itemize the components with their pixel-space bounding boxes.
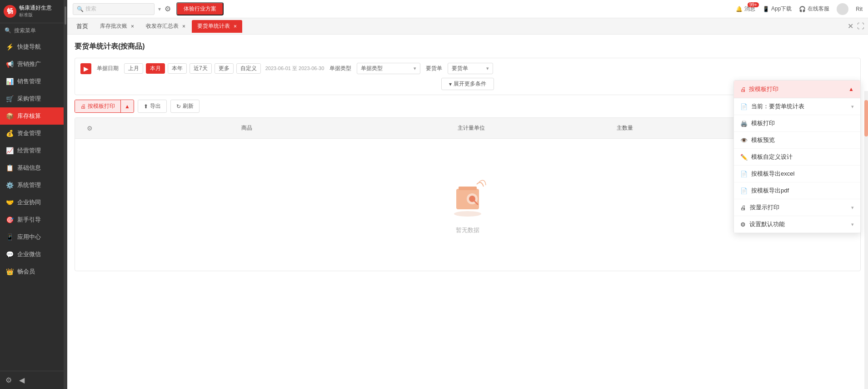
topbar-messages[interactable]: 🔔 消息 99+: [736, 5, 755, 13]
sidebar-item-finance[interactable]: 💰 资金管理: [0, 125, 64, 142]
filter-type-arrow-icon: ▾: [414, 66, 416, 71]
filter-yaohuodan-select[interactable]: 要货单 ▾: [448, 63, 493, 74]
system-icon: ⚙️: [5, 181, 14, 189]
template-design-icon: ✏️: [740, 153, 748, 161]
sidebar-logo: 畅 畅康通好生意 标准版: [0, 0, 64, 23]
trial-button[interactable]: 体验行业方案: [176, 2, 224, 15]
tab-order-stats-close[interactable]: ×: [234, 23, 237, 30]
sidebar-item-enterprise[interactable]: 🤝 企业协同: [0, 194, 64, 211]
filter-this-year[interactable]: 本年: [168, 63, 187, 74]
empty-illustration: [445, 175, 490, 221]
filter-more[interactable]: 更多: [215, 63, 234, 74]
topbar-avatar[interactable]: [837, 3, 848, 15]
filter-date-label: 单据日期: [97, 65, 119, 72]
tab-order-stats[interactable]: 要货单统计表 ×: [192, 20, 242, 33]
filter-custom[interactable]: 自定义: [236, 63, 261, 74]
dropdown-template-design[interactable]: ✏️ 模板自定义设计: [734, 149, 860, 166]
tabbar-right-actions: ✕ ⛶: [848, 22, 864, 30]
member-icon: 👑: [5, 268, 14, 276]
th-product: 商品: [99, 121, 394, 135]
filter-date-range: 2023-06-01 至 2023-06-30: [265, 65, 324, 72]
search-icon: 🔍: [5, 27, 11, 34]
topbar-dropdown-arrow[interactable]: ▾: [158, 6, 161, 12]
quick-nav-icon: ⚡: [5, 43, 14, 51]
sidebar-item-guide[interactable]: 🎯 新手引导: [0, 211, 64, 228]
tab-home[interactable]: 首页: [71, 20, 94, 33]
tab-receivable-summary-close[interactable]: ×: [182, 23, 185, 30]
filter-last-7[interactable]: 近7天: [190, 63, 212, 74]
th-settings[interactable]: ⚙: [80, 122, 99, 135]
dropdown-template-preview[interactable]: 👁️ 模板预览: [734, 132, 860, 149]
right-scrollbar[interactable]: [864, 91, 868, 389]
dropdown-export-pdf[interactable]: 📄 按模板导出pdf: [734, 182, 860, 199]
sidebar-scrollbar-thumb: [65, 6, 66, 25]
sidebar-item-purchase[interactable]: 🛒 采购管理: [0, 90, 64, 107]
sidebar-item-app-center[interactable]: 📱 应用中心: [0, 228, 64, 246]
dropdown-header: 🖨 按模板打印 ▲: [734, 81, 860, 98]
page-title: 要货单统计表(按商品): [75, 42, 861, 51]
topbar-search-icon: 🔍: [77, 6, 84, 12]
settings-footer-icon[interactable]: ⚙: [5, 376, 12, 384]
dropdown-export-excel[interactable]: 📄 按模板导出excel: [734, 166, 860, 182]
tabbar-close-icon[interactable]: ✕: [848, 22, 853, 30]
operations-icon: 📈: [5, 147, 14, 155]
dropdown-template-print[interactable]: 🖨️ 模板打印: [734, 115, 860, 132]
current-template-arrow: ▾: [851, 104, 854, 110]
sidebar-item-marketing[interactable]: 📢 营销推广: [0, 56, 64, 73]
collapse-footer-icon[interactable]: ◀: [19, 376, 25, 384]
dropdown-default-func[interactable]: ⚙ 设置默认功能 ▾: [734, 216, 860, 233]
tab-inventory-batch[interactable]: 库存批次账 ×: [95, 20, 140, 33]
export-excel-icon: 📄: [740, 170, 748, 177]
sidebar-item-inventory[interactable]: 📦 库存核算: [0, 107, 64, 125]
sidebar-item-basic[interactable]: 📋 基础信息: [0, 159, 64, 177]
tab-inventory-batch-close[interactable]: ×: [131, 23, 134, 30]
filter-date-options: 上月 本月 本年 近7天 更多 自定义 2023-06-01 至 2023-06…: [124, 63, 324, 74]
sidebar-item-wechat[interactable]: 💬 企业微信: [0, 246, 64, 263]
sidebar-item-operations[interactable]: 📈 经营管理: [0, 142, 64, 159]
marketing-icon: 📢: [5, 60, 14, 68]
app-logo-text: 畅康通好生意 标准版: [19, 5, 52, 18]
column-settings-icon[interactable]: ⚙: [87, 125, 93, 132]
th-unit: 主计量单位: [394, 121, 548, 135]
purchase-icon: 🛒: [5, 95, 14, 103]
filter-prev-month[interactable]: 上月: [124, 63, 143, 74]
filter-order-type-select[interactable]: 单据类型 ▾: [357, 63, 420, 74]
th-qty: 主数量: [548, 121, 702, 135]
topbar-search-box[interactable]: 🔍 搜索: [73, 3, 155, 15]
dropdown-close-arrow[interactable]: ▲: [848, 86, 854, 92]
headset-icon: 🎧: [799, 6, 806, 12]
sidebar-footer: ⚙ ◀: [0, 371, 64, 389]
refresh-btn[interactable]: ↻ 刷新: [170, 100, 200, 113]
tab-receivable-summary[interactable]: 收发存汇总表 ×: [140, 20, 191, 33]
sidebar-search[interactable]: 🔍 搜索菜单: [0, 23, 64, 38]
finance-icon: 💰: [5, 129, 14, 137]
expand-more-btn[interactable]: ▾ 展开更多条件: [441, 78, 494, 90]
wechat-icon: 💬: [5, 250, 14, 258]
print-template-btn[interactable]: 🖨 按模板打印: [75, 100, 121, 112]
sidebar-item-quick-nav[interactable]: ⚡ 快捷导航: [0, 38, 64, 56]
filter-this-month[interactable]: 本月: [146, 63, 165, 74]
template-print-icon: 🖨️: [740, 120, 748, 127]
topbar-app-download[interactable]: 📱 App下载: [763, 5, 792, 13]
sidebar-item-system[interactable]: ⚙️ 系统管理: [0, 177, 64, 194]
tabbar-expand-icon[interactable]: ⛶: [857, 22, 864, 30]
template-preview-icon: 👁️: [740, 136, 748, 144]
export-btn[interactable]: ⬆ 导出: [138, 100, 167, 113]
sidebar-nav: ⚡ 快捷导航 📢 营销推广 📊 销售管理 🛒 采购管理 📦 库存核算 💰 资金管…: [0, 38, 64, 371]
topbar-online-service[interactable]: 🎧 在线客服: [799, 5, 829, 13]
empty-text: 暂无数据: [456, 226, 479, 234]
topbar-gear-icon[interactable]: ⚙: [165, 5, 171, 13]
dropdown-current-template[interactable]: 📄 当前：要货单统计表 ▾: [734, 98, 860, 115]
sidebar-item-sales[interactable]: 📊 销售管理: [0, 73, 64, 90]
dropdown-display-print[interactable]: 🖨 按显示打印 ▾: [734, 199, 860, 216]
filter-toggle-btn[interactable]: ▶: [80, 63, 91, 74]
sidebar-item-member[interactable]: 👑 畅会员: [0, 263, 64, 280]
basic-icon: 📋: [5, 164, 14, 172]
sidebar-scrollbar[interactable]: [64, 0, 67, 389]
export-icon: ⬆: [144, 103, 148, 110]
print-dropdown-arrow[interactable]: ▲: [121, 101, 134, 112]
current-template-icon: 📄: [740, 103, 748, 110]
sidebar: 畅 畅康通好生意 标准版 🔍 搜索菜单 ⚡ 快捷导航 📢 营销推广 📊 销售管理…: [0, 0, 64, 389]
print-btn-group: 🖨 按模板打印 ▲: [75, 100, 134, 113]
display-print-icon: 🖨: [740, 204, 746, 211]
